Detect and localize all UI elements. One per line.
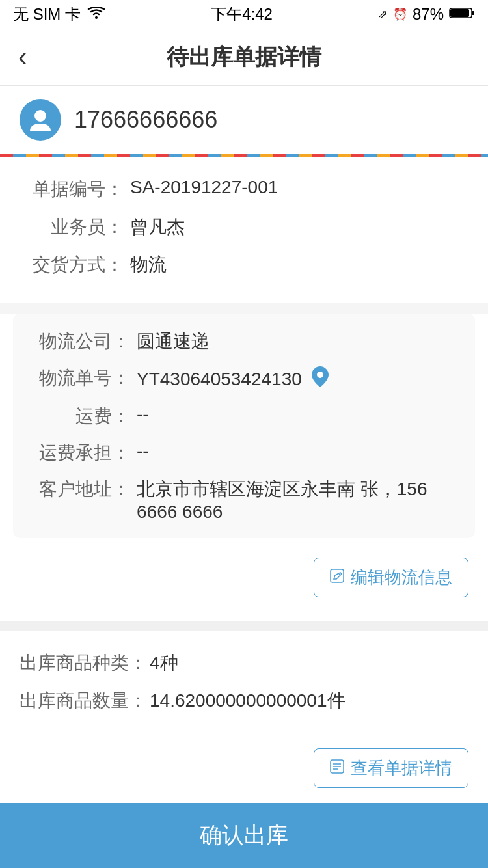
tracking-row: 物流单号： YT43064053424130 <box>26 366 462 392</box>
view-details-button[interactable]: 查看单据详情 <box>314 748 468 788</box>
salesman-value: 曾凡杰 <box>130 215 468 239</box>
logistics-card: 物流公司： 圆通速递 物流单号： YT43064053424130 运费： <box>13 314 475 538</box>
svg-rect-3 <box>472 11 474 15</box>
location-service-icon: ⇗ <box>378 7 388 21</box>
document-number-label: 单据编号： <box>20 177 124 202</box>
alarm-icon: ⏰ <box>393 7 407 21</box>
delivery-row: 交货方式： 物流 <box>20 252 468 277</box>
freight-bearer-label: 运费承担： <box>26 441 130 465</box>
svg-point-0 <box>95 16 98 19</box>
edit-logistics-button[interactable]: 编辑物流信息 <box>314 558 468 597</box>
battery-text: 87% <box>413 5 444 23</box>
address-value: 北京市市辖区海淀区永丰南 张，156 6666 6666 <box>137 477 462 522</box>
freight-label: 运费： <box>26 404 130 429</box>
status-left: 无 SIM 卡 <box>13 4 105 25</box>
avatar <box>20 99 61 141</box>
goods-quantity-label: 出库商品数量： <box>20 688 150 713</box>
edit-logistics-label: 编辑物流信息 <box>351 566 452 589</box>
document-info-section: 单据编号： SA-20191227-001 业务员： 曾凡杰 交货方式： 物流 <box>0 157 488 303</box>
battery-icon <box>449 5 475 23</box>
status-bar: 无 SIM 卡 下午4:42 ⇗ ⏰ 87% <box>0 0 488 29</box>
goods-quantity-row: 出库商品数量： 14.620000000000001件 <box>20 688 468 713</box>
goods-types-label: 出库商品种类： <box>20 651 150 675</box>
document-number-value: SA-20191227-001 <box>130 177 468 198</box>
svg-point-4 <box>34 110 46 122</box>
svg-rect-6 <box>331 569 344 582</box>
location-icon[interactable] <box>311 366 329 392</box>
page-title: 待出库单据详情 <box>167 42 321 72</box>
view-icon <box>330 758 344 778</box>
salesman-label: 业务员： <box>20 215 124 239</box>
view-btn-row: 查看单据详情 <box>0 739 488 804</box>
wifi-icon <box>87 5 105 23</box>
freight-row: 运费： -- <box>26 404 462 429</box>
confirm-label: 确认出库 <box>200 821 288 850</box>
view-details-label: 查看单据详情 <box>351 757 452 780</box>
freight-bearer-value: -- <box>137 441 462 461</box>
goods-section: 出库商品种类： 4种 出库商品数量： 14.620000000000001件 <box>0 631 488 739</box>
carrier-text: 无 SIM 卡 <box>13 4 81 25</box>
nav-bar: ‹ 待出库单据详情 <box>0 29 488 86</box>
back-button[interactable]: ‹ <box>18 42 27 72</box>
user-header: 17666666666 <box>0 86 488 154</box>
edit-icon <box>330 567 344 588</box>
status-right: ⇗ ⏰ 87% <box>378 5 475 23</box>
edit-btn-row: 编辑物流信息 <box>0 549 488 610</box>
tracking-number-text: YT43064053424130 <box>137 369 302 390</box>
tracking-label: 物流单号： <box>26 366 130 390</box>
delivery-label: 交货方式： <box>20 252 124 277</box>
document-number-row: 单据编号： SA-20191227-001 <box>20 177 468 202</box>
address-label: 客户地址： <box>26 477 130 502</box>
svg-point-5 <box>317 372 323 378</box>
freight-bearer-row: 运费承担： -- <box>26 441 462 465</box>
confirm-button[interactable]: 确认出库 <box>0 803 488 868</box>
logistics-company-value: 圆通速递 <box>137 329 462 354</box>
svg-rect-2 <box>450 9 469 17</box>
section-divider <box>0 621 488 631</box>
logistics-company-row: 物流公司： 圆通速递 <box>26 329 462 354</box>
status-time: 下午4:42 <box>211 4 273 25</box>
address-row: 客户地址： 北京市市辖区海淀区永丰南 张，156 6666 6666 <box>26 477 462 522</box>
user-phone: 17666666666 <box>74 106 217 133</box>
freight-value: -- <box>137 404 462 425</box>
tracking-value: YT43064053424130 <box>137 366 462 392</box>
salesman-row: 业务员： 曾凡杰 <box>20 215 468 239</box>
goods-types-row: 出库商品种类： 4种 <box>20 651 468 675</box>
delivery-value: 物流 <box>130 252 468 277</box>
goods-types-value: 4种 <box>150 651 178 675</box>
logistics-company-label: 物流公司： <box>26 329 130 354</box>
goods-quantity-value: 14.620000000000001件 <box>150 688 346 713</box>
